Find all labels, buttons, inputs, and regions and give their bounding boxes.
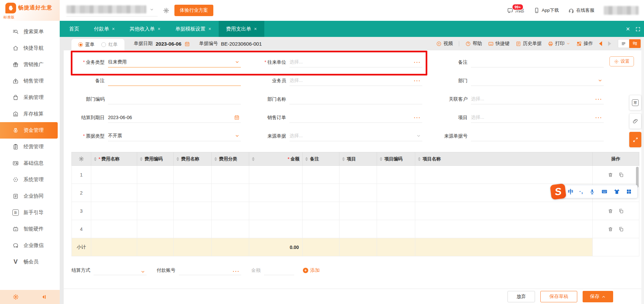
ime-punctuation-toggle[interactable]: ·, [579,189,583,195]
grid-cell[interactable] [137,184,174,202]
sidebar-item-member[interactable]: V畅会员 [0,254,60,270]
chevron-down-icon[interactable] [235,134,241,138]
field-input[interactable] [108,76,241,86]
toolbar-action-grid[interactable]: 操作 [576,41,593,47]
red-bill-radio[interactable]: 红单 [101,42,118,48]
sidebar-settings-gear-icon[interactable] [13,294,19,300]
pay-account-input[interactable]: ··· [179,266,241,275]
sidebar-item-basic-info[interactable]: 基础信息 [0,155,60,171]
grid-cell[interactable] [339,184,377,202]
ime-logo[interactable]: S [550,183,566,200]
sort-icon[interactable] [176,157,179,161]
grid-cell[interactable] [212,184,249,202]
grid-cell[interactable] [415,166,593,184]
keyboard-icon[interactable] [601,188,608,195]
grid-cell[interactable] [377,202,415,220]
chevron-down-icon[interactable] [416,134,422,138]
field-input[interactable]: 选择...··· [289,76,422,86]
tab-4[interactable]: 费用支出单× [219,21,264,37]
tab-2[interactable]: 其他收入单× [122,21,168,37]
bill-number-value[interactable]: BE-20230606-001 [221,41,262,47]
column-settings-icon[interactable] [74,156,88,162]
page-scrollbar-track[interactable] [641,37,644,304]
column-header-0[interactable] [72,152,91,166]
sort-icon[interactable] [214,157,217,161]
column-header-5[interactable]: *金额 [249,152,303,166]
sidebar-item-operation[interactable]: 经营管理 [0,139,60,155]
sort-icon[interactable] [140,157,143,161]
tab-0[interactable]: 首页 [62,21,87,37]
grid-cell[interactable] [415,220,593,238]
sidebar-item-wechat-work[interactable]: 企业微信 [0,237,60,254]
field-input[interactable]: 2023-06-06 [108,113,241,123]
sidebar-collapse-icon[interactable] [41,294,47,300]
sidebar-item-system[interactable]: 系统管理 [0,171,60,188]
field-input[interactable] [289,94,422,104]
sort-icon[interactable] [252,157,255,161]
grid-cell[interactable] [212,166,249,184]
grid-cell[interactable] [303,166,339,184]
copy-row-button[interactable] [619,208,624,214]
ellipsis-icon[interactable]: ··· [233,268,240,274]
column-header-2[interactable]: 费用编码 [137,152,174,166]
column-header-4[interactable]: 费用分类 [212,152,249,166]
grid-cell[interactable] [91,166,137,184]
grid-cell[interactable] [303,184,339,202]
fullscreen-icon[interactable] [635,26,641,32]
field-input[interactable]: 往来费用 [108,57,241,67]
list-view-toggle-icon[interactable] [618,39,629,48]
grid-cell[interactable] [339,166,377,184]
grid-cell[interactable] [249,184,303,202]
messages-button[interactable]: 消息 99+ [507,7,524,13]
settle-method-input[interactable] [94,266,147,275]
field-input[interactable]: 选择...··· [471,94,604,104]
close-tab-icon[interactable]: × [254,27,257,31]
grid-cell[interactable] [415,202,593,220]
grid-cell[interactable] [339,220,377,238]
sidebar-item-marketing[interactable]: 营销推广 [0,56,60,73]
sort-icon[interactable] [342,157,345,161]
app-download-button[interactable]: App下载 [534,7,559,13]
sort-icon[interactable] [418,157,421,161]
toolbar-action-hotkey[interactable]: 快捷键 [488,41,509,47]
grid-cell[interactable] [377,184,415,202]
copy-row-button[interactable] [619,172,624,178]
microphone-icon[interactable] [589,189,595,195]
grid-cell[interactable] [303,220,339,238]
next-record-button[interactable] [608,41,611,46]
ellipsis-icon[interactable]: ··· [595,96,604,102]
close-all-tabs-icon[interactable]: × [626,26,630,32]
column-header-10[interactable]: 操作 [593,152,639,166]
grid-cell[interactable] [377,220,415,238]
toolbar-action-print[interactable]: 打印 [548,41,570,47]
column-header-3[interactable]: 费用名称 [174,152,212,166]
delete-row-button[interactable] [608,172,613,178]
delete-row-button[interactable] [608,208,613,214]
grid-cell[interactable] [137,220,174,238]
prev-record-button[interactable] [599,41,602,46]
sort-icon[interactable] [94,157,97,161]
sort-icon[interactable] [380,157,382,161]
tab-3[interactable]: 单据模板设置× [168,21,218,37]
bill-date-value[interactable]: 2023-06-06 [156,41,181,47]
skin-icon[interactable] [613,188,620,195]
grid-cell[interactable] [91,220,137,238]
sidebar-item-quick-nav[interactable]: 快捷导航 [0,40,60,56]
grid-cell[interactable] [174,202,212,220]
online-service-button[interactable]: 在线客服 [568,7,594,13]
grid-cell[interactable] [377,166,415,184]
save-button[interactable]: 保存 [583,291,613,302]
field-input[interactable] [471,57,604,67]
grid-cell[interactable] [137,166,174,184]
field-input[interactable]: ··· [289,113,422,123]
grid-cell[interactable] [174,166,212,184]
toolbar-action-history[interactable]: 历史单据 [516,41,542,47]
field-input[interactable]: 不开票 [108,131,241,141]
chevron-down-icon[interactable] [598,78,604,83]
blue-bill-radio[interactable]: 蓝单 [78,42,95,48]
discard-button[interactable]: 放弃 [507,291,535,302]
header-settings-gear-icon[interactable] [163,7,169,14]
grid-cell[interactable] [212,220,249,238]
toolbar-action-video[interactable]: 视频 [436,41,453,47]
ellipsis-icon[interactable]: ··· [414,115,422,120]
